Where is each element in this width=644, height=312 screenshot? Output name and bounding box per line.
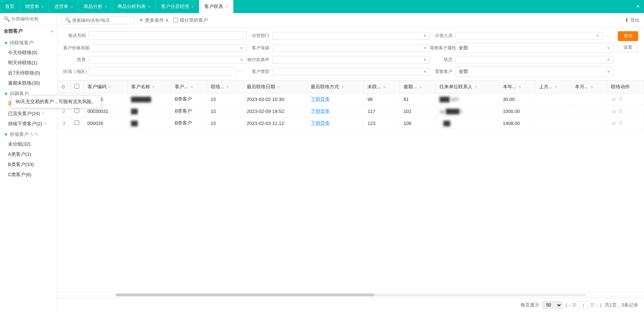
select-dept[interactable]: ▼ xyxy=(272,32,430,40)
col-last-month[interactable]: 上月... ⇅ xyxy=(535,81,571,93)
action-contact-icon-0[interactable]: ☏ xyxy=(611,97,617,102)
col-customer-name[interactable]: 客户名称 ⇅ xyxy=(127,81,171,93)
sidebar-search-input[interactable] xyxy=(11,16,53,21)
input-region[interactable] xyxy=(89,67,236,76)
sidebar-item-class-a[interactable]: A类客户(1) xyxy=(0,149,57,159)
col-contact[interactable]: 联络... ⇅ xyxy=(207,81,243,93)
last-page-button[interactable]: ⟫ xyxy=(599,303,602,308)
select-status[interactable]: ▼ xyxy=(455,56,613,64)
row-method-0[interactable]: 下销货单 xyxy=(307,93,364,105)
tab-sales-order[interactable]: 销货单 × xyxy=(20,0,49,13)
tab-close-sales[interactable]: × xyxy=(41,4,44,9)
sidebar-item-churned[interactable]: 已流失客户(24) ? xyxy=(0,109,57,119)
col-this-month[interactable]: 本月... ⇅ xyxy=(571,81,607,93)
export-button[interactable]: ⬆ 导出 xyxy=(625,17,640,24)
refresh-icon[interactable]: ↻ xyxy=(30,132,34,137)
select-customer-grade[interactable]: ▼ xyxy=(272,44,430,52)
sidebar-item-class-c[interactable]: C类客户(6) xyxy=(0,170,57,180)
sidebar-group-value[interactable]: ▼ 价值客户 ↻ ✎ xyxy=(0,129,57,139)
sidebar-item-ungroup[interactable]: 未分组(32) xyxy=(0,139,57,149)
sidebar-item-today[interactable]: 今天待联络(0) xyxy=(0,48,57,58)
sidebar-item-7days[interactable]: 近7天待联络(0) xyxy=(0,68,57,78)
tab-customer-layered[interactable]: 客户分层经营 × xyxy=(156,0,199,13)
col-this-year[interactable]: 本年... ⇅ xyxy=(499,81,535,93)
sort-icon-not-contacted: ⇅ xyxy=(383,85,386,89)
tab-home[interactable]: 首页 xyxy=(0,0,20,13)
sidebar-group-pending[interactable]: ▼ 待联络客户 xyxy=(0,37,57,48)
table-body: 1 000011 ██████ B类客户 15 2023-03-02 10:30… xyxy=(57,93,644,129)
horizontal-scrollbar[interactable] xyxy=(116,293,586,296)
action-contact-icon-2[interactable]: ☏ xyxy=(611,121,617,126)
col-not-contacted[interactable]: 未联... ⇅ xyxy=(364,81,400,93)
select-all-checkbox[interactable] xyxy=(75,84,79,89)
tab-purchase[interactable]: 进货单 × xyxy=(49,0,78,13)
tab-close-purchase[interactable]: × xyxy=(71,4,73,9)
tab-close-product-analysis[interactable]: × xyxy=(105,4,107,9)
next-page-button[interactable]: › xyxy=(596,303,597,308)
row-overdue-0: 81 xyxy=(400,93,436,105)
select-payment[interactable]: ▼ xyxy=(272,56,430,64)
row-this-year-0: 30.00 xyxy=(499,93,535,105)
action-contact-icon-1[interactable]: ☏ xyxy=(611,109,617,114)
col-last-method[interactable]: 最后联络方式 ⇅ xyxy=(307,81,364,93)
sidebar-item-tomorrow[interactable]: 明天待联络(1) xyxy=(0,58,57,68)
tab-close-layered[interactable]: × xyxy=(192,4,194,9)
filter-search-input[interactable] xyxy=(72,18,131,23)
action-more-icon-0[interactable]: ⠿ xyxy=(619,97,623,102)
col-customer-code[interactable]: 客户编码 ⇅ xyxy=(84,81,127,93)
tab-close-product-list[interactable]: × xyxy=(148,4,150,9)
select-customer-type[interactable]: ▼ xyxy=(272,68,430,76)
more-conditions-button[interactable]: ▼ 更多条件 ∧ xyxy=(139,17,169,24)
row-checkbox-2[interactable] xyxy=(71,117,84,129)
select-nature[interactable]: ▼ xyxy=(89,56,247,64)
label-retail-attr: 零散客户属性 xyxy=(430,45,455,51)
close-all-button[interactable]: × xyxy=(636,3,644,10)
col-overdue[interactable]: 逾期... ⇅ xyxy=(400,81,436,93)
nature-dropdown-icon: ▼ xyxy=(240,58,243,62)
row-method-1[interactable]: 下销货单 xyxy=(307,105,364,117)
col-last-date[interactable]: 最后联络日期 ⇅ xyxy=(243,81,307,93)
edit-icon[interactable]: ✎ xyxy=(35,132,38,137)
select-retail[interactable]: 全部 ▼ xyxy=(455,66,613,77)
per-page-select[interactable]: 50 100 xyxy=(542,301,562,309)
filter-cell-retail-attr: 零散客户属性 全部 ▼ xyxy=(430,43,613,53)
tab-product-analysis-list[interactable]: 商品分析列表 × xyxy=(112,0,156,13)
action-more-icon-1[interactable]: ⠿ xyxy=(619,109,623,114)
filter-search-icon: 🔍 xyxy=(65,17,71,23)
prev-page-button[interactable]: ‹ xyxy=(569,303,571,308)
col-checkbox[interactable] xyxy=(71,81,84,93)
sidebar-item-overdue[interactable]: 逾期未联络(30) xyxy=(0,78,57,88)
col-contact-person[interactable]: 往来单位联系人 ⇅ xyxy=(436,81,499,93)
input-phone[interactable] xyxy=(89,31,247,40)
row-contact-0: 15 xyxy=(207,93,243,105)
row-this-year-2: 1408.00 xyxy=(499,117,535,129)
sidebar-item-class-b[interactable]: B类客户(33) xyxy=(0,159,57,170)
table-row: 1 000011 ██████ B类客户 15 2023-03-02 10:30… xyxy=(57,93,644,105)
tab-product-analysis[interactable]: 商品分析 × xyxy=(79,0,112,13)
gear-icon[interactable]: ⚙ xyxy=(61,84,66,90)
query-button[interactable]: 查询 xyxy=(618,31,638,41)
page-label2: 页 xyxy=(590,302,595,308)
sidebar-item-declining[interactable]: 持续下滑客户(2) ? xyxy=(0,119,57,129)
region-more-icon[interactable]: ··· xyxy=(239,68,243,75)
my-customers-checkbox[interactable] xyxy=(173,18,178,23)
col-customer-type[interactable]: 客户... ⇅ xyxy=(171,81,207,93)
sidebar-all-customers[interactable]: 全部客户 « xyxy=(0,25,57,37)
row-not-contacted-2: 123 xyxy=(364,117,400,129)
filter-cell-region: 区域（地区） ··· xyxy=(63,67,247,76)
filter-cell-retail: 零散客户 全部 ▼ xyxy=(430,66,613,77)
page-label: 第 xyxy=(572,302,577,308)
row-method-2[interactable]: 下销货单 xyxy=(307,117,364,129)
tooltip-churn: 90天无交易的客户，可能有流失风险。 xyxy=(11,95,57,108)
person-more-icon[interactable]: ··· xyxy=(606,32,611,39)
export-icon: ⬆ xyxy=(625,17,629,23)
col-gear[interactable]: ⚙ xyxy=(57,81,71,93)
first-page-button[interactable]: ⟪ xyxy=(565,303,568,308)
tab-customer-contact[interactable]: 客户联系 × xyxy=(199,0,233,13)
settings-button[interactable]: 设置 xyxy=(618,42,638,52)
select-price-grade[interactable]: ▼ xyxy=(89,44,247,52)
select-person[interactable]: ▼ xyxy=(455,32,603,40)
select-retail-attr[interactable]: 全部 ▼ xyxy=(455,43,613,53)
action-more-icon-2[interactable]: ⠿ xyxy=(619,121,623,126)
tab-close-contact[interactable]: × xyxy=(225,4,228,9)
